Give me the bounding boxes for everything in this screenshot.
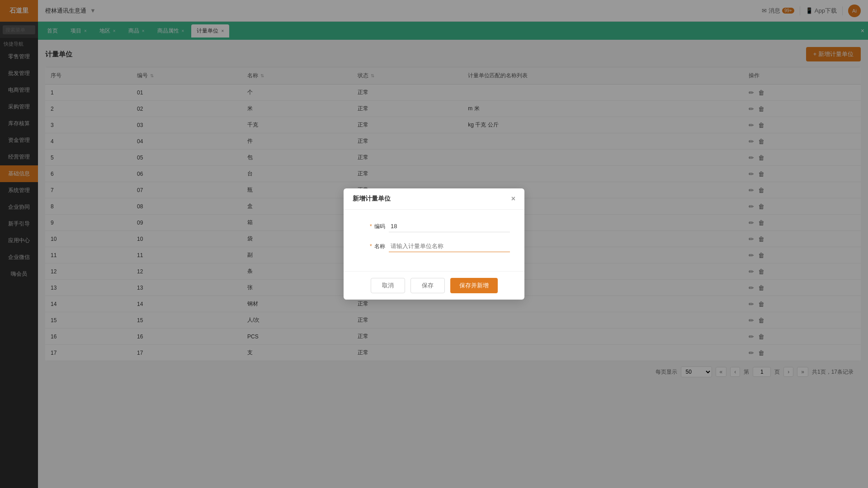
code-required: * [370, 223, 372, 230]
add-unit-modal: 新增计量单位 × * 编码 * 名称 取消 保存 保存并新增 [344, 188, 524, 300]
cancel-button[interactable]: 取消 [371, 278, 405, 293]
name-input[interactable] [389, 240, 510, 252]
code-label: * 编码 [358, 223, 385, 230]
modal-overlay: 新增计量单位 × * 编码 * 名称 取消 保存 保存并新增 [0, 0, 868, 488]
name-required: * [370, 243, 372, 249]
modal-body: * 编码 * 名称 [344, 210, 524, 271]
name-form-row: * 名称 [358, 240, 510, 252]
modal-footer: 取消 保存 保存并新增 [344, 271, 524, 300]
save-new-button[interactable]: 保存并新增 [450, 278, 498, 293]
code-form-row: * 编码 [358, 221, 510, 232]
name-label: * 名称 [358, 243, 385, 250]
code-input[interactable] [389, 221, 510, 232]
modal-close-btn[interactable]: × [511, 195, 515, 203]
modal-title: 新增计量单位 [353, 195, 391, 203]
save-button[interactable]: 保存 [410, 278, 445, 293]
modal-header: 新增计量单位 × [344, 188, 524, 210]
